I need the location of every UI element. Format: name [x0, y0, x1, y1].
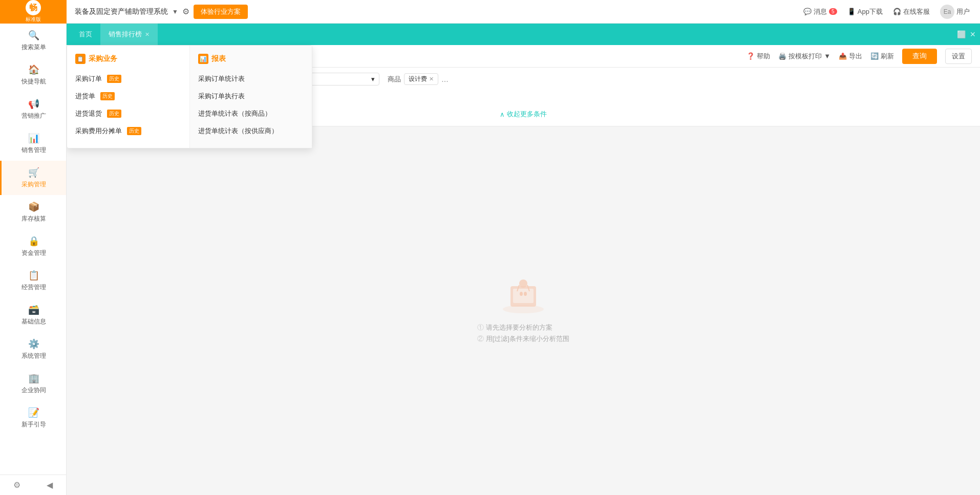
refresh-icon: 🔄: [870, 52, 879, 60]
svg-point-7: [524, 292, 527, 296]
print-icon: 🖨️: [778, 52, 786, 60]
tab-close-icon[interactable]: ✕: [145, 31, 150, 38]
empty-illustration: [498, 276, 549, 317]
headset-icon: 🎧: [893, 8, 901, 15]
dropdown-menu: 📋 采购业务 采购订单 历史 进货单 历史 进货退货 历史 采购费用分摊单: [67, 45, 312, 148]
mobile-icon: 📱: [847, 8, 856, 15]
operations-icon: 📋: [28, 270, 39, 281]
purchase-icon: 🛒: [28, 167, 39, 178]
dropdown-item-stock-stat-goods[interactable]: 进货单统计表（按商品）: [198, 105, 304, 122]
export-icon: 📤: [839, 52, 847, 60]
sidebar-item-marketing[interactable]: 📢 营销推广: [0, 92, 66, 126]
dropdown-item-expense[interactable]: 采购费用分摊单 历史: [75, 122, 181, 140]
home-icon: 🏠: [28, 64, 39, 75]
industry-plan-button[interactable]: 体验行业方案: [194, 5, 248, 19]
message-badge: 5: [829, 8, 837, 15]
purchase-section-icon: 📋: [75, 54, 86, 64]
print-button[interactable]: 🖨️ 按模板打印 ▼: [778, 52, 830, 61]
dropdown-purchase-col: 📋 采购业务 采购订单 历史 进货单 历史 进货退货 历史 采购费用分摊单: [67, 46, 189, 148]
sidebar-settings-button[interactable]: ⚙: [13, 480, 20, 490]
sidebar-collapse-button[interactable]: ◀: [47, 480, 53, 490]
system-dropdown-button[interactable]: ▼: [172, 8, 178, 15]
sidebar-item-quick-nav[interactable]: 🏠 快捷导航: [0, 58, 66, 92]
sidebar-item-finance[interactable]: 🔒 资金管理: [0, 229, 66, 264]
message-icon: 💬: [803, 8, 812, 15]
tab-sales-rank[interactable]: 销售排行榜 ✕: [100, 24, 158, 45]
sidebar-item-sales[interactable]: 📊 销售管理: [0, 126, 66, 161]
finance-icon: 🔒: [28, 235, 39, 247]
print-dropdown-icon: ▼: [824, 52, 830, 60]
filter-goods-item: 商品 设计费 ✕ ...: [388, 73, 448, 85]
dropdown-report-title: 📊 报表: [198, 54, 304, 64]
online-service-action[interactable]: 🎧 在线客服: [893, 7, 930, 16]
chevron-down-icon: ▾: [371, 75, 375, 83]
message-action[interactable]: 💬 消息 5: [803, 7, 837, 16]
empty-tip-1: 请先选择要分析的方案: [477, 323, 569, 332]
empty-tips: 请先选择要分析的方案 用[过滤]条件来缩小分析范围: [477, 323, 569, 346]
sidebar-item-guide[interactable]: 📝 新手引导: [0, 401, 66, 435]
sidebar-item-system[interactable]: ⚙️ 系统管理: [0, 332, 66, 367]
search-icon: 🔍: [28, 30, 39, 41]
sidebar-item-inventory[interactable]: 📦 库存核算: [0, 195, 66, 229]
tabs-right-buttons: ⬜ ✕: [957, 30, 976, 38]
dropdown-item-return[interactable]: 进货退货 历史: [75, 105, 181, 122]
tabs-bar: 首页 销售排行榜 ✕ ⬜ ✕: [67, 24, 980, 45]
logo-icon: 畅: [26, 0, 41, 15]
dropdown-purchase-title: 📋 采购业务: [75, 54, 181, 64]
sidebar-item-base-info[interactable]: 🗃️ 基础信息: [0, 298, 66, 332]
svg-point-3: [519, 279, 527, 288]
header-right: 💬 消息 5 📱 App下载 🎧 在线客服 Ea 用户: [803, 5, 980, 19]
goods-dots[interactable]: ...: [441, 75, 448, 84]
header-middle: 装备及固定资产辅助管理系统 ▼ ⚙ 体验行业方案: [67, 5, 803, 19]
content-area: 首页 销售排行榜 ✕ ⬜ ✕ ❓ 帮助 🖨️ 按模板打印 ▼ 📤: [67, 24, 980, 495]
dropdown-item-stock-in[interactable]: 进货单 历史: [75, 88, 181, 105]
main-layout: 🔍 搜索菜单 🏠 快捷导航 📢 营销推广 📊 销售管理 🛒 采购管理 📦 库存核…: [0, 24, 980, 495]
sidebar-item-enterprise[interactable]: 🏢 企业协同: [0, 367, 66, 401]
history-badge-2: 历史: [100, 92, 115, 100]
svg-point-6: [520, 292, 523, 296]
tab-close-window-icon[interactable]: ✕: [970, 30, 976, 38]
refresh-button[interactable]: 🔄 刷新: [870, 52, 894, 61]
history-badge-1: 历史: [107, 75, 121, 83]
avatar: Ea: [940, 5, 954, 19]
user-action[interactable]: Ea 用户: [940, 5, 970, 19]
tab-home[interactable]: 首页: [71, 24, 100, 45]
app-download-action[interactable]: 📱 App下载: [847, 7, 883, 16]
history-badge-4: 历史: [127, 127, 141, 135]
sidebar-item-purchase[interactable]: 🛒 采购管理: [0, 161, 66, 195]
query-button[interactable]: 查询: [902, 49, 937, 64]
logo-area: 畅 标准版: [0, 0, 67, 24]
system-icon: ⚙️: [28, 338, 39, 350]
help-icon: ❓: [747, 52, 755, 60]
system-title: 装备及固定资产辅助管理系统: [75, 7, 168, 16]
page-settings-button[interactable]: 设置: [945, 49, 972, 64]
sidebar-item-operations[interactable]: 📋 经营管理: [0, 264, 66, 298]
dropdown-item-order-exec[interactable]: 采购订单执行表: [198, 88, 304, 105]
help-button[interactable]: ❓ 帮助: [747, 52, 770, 61]
history-badge-3: 历史: [107, 110, 121, 118]
collapse-button[interactable]: ∧ 收起更多条件: [500, 110, 547, 119]
guide-icon: 📝: [28, 407, 39, 418]
settings-icon-button[interactable]: ⚙: [182, 7, 189, 16]
report-section-icon: 📊: [198, 54, 208, 64]
dropdown-item-stock-stat-supplier[interactable]: 进货单统计表（按供应商）: [198, 122, 304, 140]
collapse-icon: ∧: [500, 111, 505, 118]
base-info-icon: 🗃️: [28, 304, 39, 315]
logo-text: 标准版: [26, 16, 41, 23]
top-header: 畅 标准版 装备及固定资产辅助管理系统 ▼ ⚙ 体验行业方案 💬 消息 5 📱 …: [0, 0, 980, 24]
goods-tag-close-icon[interactable]: ✕: [429, 76, 434, 82]
tab-maximize-icon[interactable]: ⬜: [957, 30, 966, 38]
dropdown-item-purchase-order[interactable]: 采购订单 历史: [75, 70, 181, 88]
marketing-icon: 📢: [28, 98, 39, 110]
sidebar-bottom: ⚙ ◀: [0, 475, 66, 495]
goods-tag[interactable]: 设计费 ✕: [404, 73, 438, 85]
export-button[interactable]: 📤 导出: [839, 52, 862, 61]
inventory-icon: 📦: [28, 201, 39, 212]
sidebar: 🔍 搜索菜单 🏠 快捷导航 📢 营销推广 📊 销售管理 🛒 采购管理 📦 库存核…: [0, 24, 67, 495]
dropdown-report-col: 📊 报表 采购订单统计表 采购订单执行表 进货单统计表（按商品） 进货单统计表（…: [189, 46, 312, 148]
empty-tip-2: 用[过滤]条件来缩小分析范围: [477, 334, 569, 343]
dropdown-item-order-stat[interactable]: 采购订单统计表: [198, 70, 304, 88]
sidebar-item-search[interactable]: 🔍 搜索菜单: [0, 24, 66, 58]
empty-state: 请先选择要分析的方案 用[过滤]条件来缩小分析范围: [67, 126, 980, 495]
svg-rect-2: [513, 289, 534, 303]
